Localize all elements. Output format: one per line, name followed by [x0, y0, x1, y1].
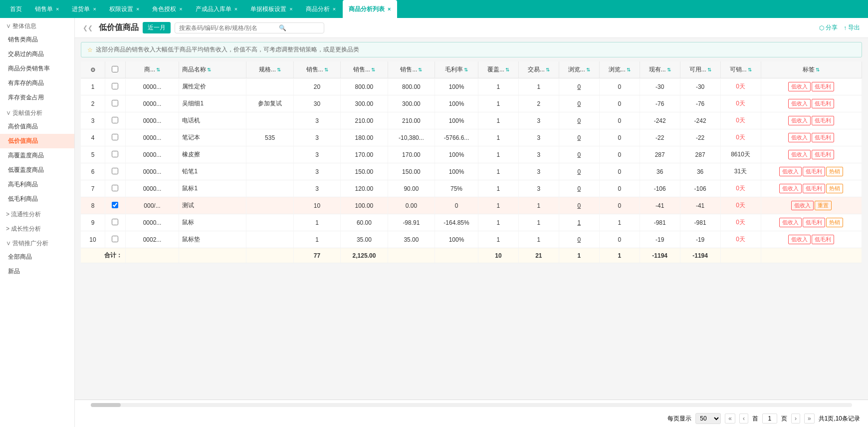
row-trans: 1	[518, 214, 559, 231]
row-browse1[interactable]: 0	[559, 231, 599, 248]
row-tags: 低收入重置	[761, 197, 862, 214]
close-icon[interactable]: ×	[136, 6, 139, 12]
row-browse1[interactable]: 0	[559, 197, 599, 214]
sidebar-group-title-growth[interactable]: > 成长性分析	[0, 221, 74, 235]
next-page-btn[interactable]: ›	[791, 414, 800, 424]
row-name[interactable]: 吴细细1	[179, 95, 246, 112]
row-name[interactable]: 橡皮擦	[179, 146, 246, 163]
row-checkbox[interactable]	[112, 134, 118, 140]
row-name[interactable]: 鼠标1	[179, 180, 246, 197]
row-check[interactable]	[105, 146, 125, 163]
sidebar-item-low-coverage[interactable]: 低覆盖度商品	[0, 163, 74, 177]
row-check[interactable]	[105, 163, 125, 180]
close-icon[interactable]: ×	[289, 6, 292, 12]
row-name[interactable]: 电话机	[179, 112, 246, 129]
row-name[interactable]: 笔记本	[179, 129, 246, 146]
row-browse1[interactable]: 1	[559, 214, 599, 231]
row-browse1[interactable]: 0	[559, 146, 599, 163]
sidebar-item-all-products[interactable]: 全部商品	[0, 250, 74, 264]
row-checkbox[interactable]	[112, 151, 118, 157]
sidebar-group-title-overall[interactable]: ∨ 整体信息	[0, 18, 74, 32]
row-check[interactable]	[105, 197, 125, 214]
close-icon[interactable]: ×	[56, 6, 59, 12]
sidebar-group-title-contribution[interactable]: ∨ 贡献值分析	[0, 105, 74, 119]
row-tags: 低收入低毛利	[761, 95, 862, 112]
row-name[interactable]: 测试	[179, 197, 246, 214]
row-sale-amount: 150.00	[388, 163, 434, 180]
sidebar-item-stock-products[interactable]: 有库存的商品	[0, 76, 74, 90]
nav-item-sales[interactable]: 销售单 ×	[29, 0, 65, 18]
sidebar-item-new-products[interactable]: 新品	[0, 264, 74, 279]
close-icon[interactable]: ×	[234, 6, 237, 12]
gear-icon[interactable]: ⚙	[90, 66, 96, 73]
page-size-select[interactable]: 50 100 200	[695, 413, 721, 424]
nav-item-analysis-list[interactable]: 商品分析列表 ×	[343, 0, 397, 18]
row-check[interactable]	[105, 214, 125, 231]
row-browse1[interactable]: 0	[559, 78, 599, 95]
sidebar-item-high-margin[interactable]: 高毛利商品	[0, 177, 74, 192]
close-icon[interactable]: ×	[333, 6, 336, 12]
nav-item-permission[interactable]: 权限设置 ×	[103, 0, 145, 18]
close-icon[interactable]: ×	[93, 6, 96, 12]
close-icon[interactable]: ×	[179, 6, 182, 12]
row-check[interactable]	[105, 129, 125, 146]
row-checkbox[interactable]	[112, 219, 118, 225]
sidebar-item-low-margin[interactable]: 低毛利商品	[0, 192, 74, 206]
row-checkbox[interactable]	[112, 83, 118, 89]
prev-page-btn[interactable]: ‹	[739, 414, 748, 424]
collapse-sidebar-btn[interactable]: ❮❮	[83, 24, 93, 31]
sidebar-item-traded-products[interactable]: 交易过的商品	[0, 47, 74, 61]
last-page-btn[interactable]: »	[804, 414, 815, 424]
row-checkbox[interactable]	[112, 100, 118, 106]
nav-item-home[interactable]: 首页	[4, 0, 28, 18]
col-gear[interactable]: ⚙	[81, 61, 105, 78]
sidebar-item-category-sales[interactable]: 商品分类销售率	[0, 61, 74, 76]
nav-item-template[interactable]: 单据模板设置 ×	[244, 0, 298, 18]
row-coverage: 1	[478, 95, 518, 112]
row-checkbox[interactable]	[112, 185, 118, 191]
nav-item-product-inbound[interactable]: 产成品入库单 ×	[190, 0, 243, 18]
row-name[interactable]: 鼠标	[179, 214, 246, 231]
row-name[interactable]: 鼠标垫	[179, 231, 246, 248]
sidebar-group-title-flow[interactable]: > 流通性分析	[0, 206, 74, 221]
row-sku: 0000...	[125, 163, 179, 180]
row-browse1[interactable]: 0	[559, 129, 599, 146]
first-page-btn[interactable]: «	[725, 414, 735, 424]
nav-item-analysis[interactable]: 商品分析 ×	[300, 0, 342, 18]
row-checkbox[interactable]	[112, 236, 118, 242]
sidebar-item-high-coverage[interactable]: 高覆盖度商品	[0, 148, 74, 163]
select-all-checkbox[interactable]	[112, 66, 118, 72]
row-browse1[interactable]: 0	[559, 95, 599, 112]
page-number-input[interactable]	[762, 414, 777, 424]
row-browse1[interactable]: 0	[559, 112, 599, 129]
sidebar-item-stock-capital[interactable]: 库存资金占用	[0, 90, 74, 105]
row-check[interactable]	[105, 231, 125, 248]
share-button[interactable]: ⬡ 分享	[819, 23, 838, 32]
row-check[interactable]	[105, 112, 125, 129]
sidebar-item-high-value[interactable]: 高价值商品	[0, 119, 74, 134]
row-name[interactable]: 属性定价	[179, 78, 246, 95]
row-trans: 3	[518, 129, 559, 146]
row-name[interactable]: 铅笔1	[179, 163, 246, 180]
search-icon[interactable]: 🔍	[279, 24, 286, 31]
col-tags-header: 标签⇅	[761, 61, 862, 78]
nav-item-role[interactable]: 角色授权 ×	[146, 0, 188, 18]
row-check[interactable]	[105, 180, 125, 197]
search-input[interactable]	[179, 24, 279, 31]
row-checkbox[interactable]	[112, 202, 118, 208]
sidebar-item-sales-products[interactable]: 销售类商品	[0, 32, 74, 47]
nav-item-purchase[interactable]: 进货单 ×	[66, 0, 102, 18]
sidebar-group-title-marketing[interactable]: ∨ 营销推广分析	[0, 235, 74, 250]
row-check[interactable]	[105, 95, 125, 112]
time-filter-button[interactable]: 近一月	[143, 22, 171, 33]
row-checkbox[interactable]	[112, 117, 118, 123]
tag-低收入: 低收入	[779, 218, 802, 227]
col-check[interactable]	[105, 61, 125, 78]
row-browse1[interactable]: 0	[559, 163, 599, 180]
close-icon[interactable]: ×	[388, 6, 391, 12]
row-check[interactable]	[105, 78, 125, 95]
export-button[interactable]: ↑ 导出	[844, 23, 860, 32]
sidebar-item-low-value[interactable]: 低价值商品	[0, 134, 74, 148]
row-browse1[interactable]: 0	[559, 180, 599, 197]
row-checkbox[interactable]	[112, 168, 118, 174]
